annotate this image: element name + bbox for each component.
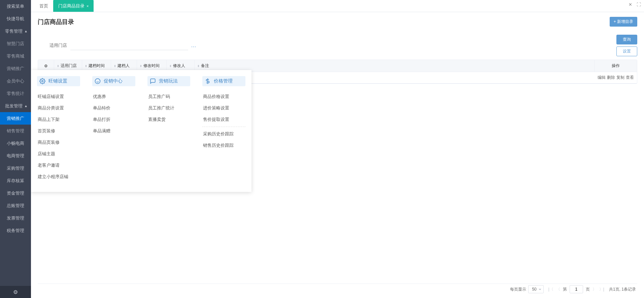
page-suffix: 页 <box>586 287 590 292</box>
promo-icon <box>94 78 101 85</box>
sidebar-sub-member[interactable]: 会员中心 <box>0 75 31 87</box>
flyout-item[interactable]: 商品分类设置 <box>37 102 80 114</box>
divider <box>202 127 245 127</box>
flyout-item[interactable]: 商品价格设置 <box>202 91 245 102</box>
th-remark[interactable]: ▲▼备注 <box>195 60 595 72</box>
chevron-up-icon: ▲ <box>24 104 28 108</box>
page-next-icon[interactable]: 〉 <box>592 287 597 292</box>
page-header: 门店商品目录 + 新增目录 <box>31 12 644 31</box>
add-catalog-button[interactable]: + 新增目录 <box>610 17 637 27</box>
shop-icon <box>39 78 46 85</box>
action-copy[interactable]: 复制 <box>616 75 624 80</box>
flyout-item[interactable]: 商品上下架 <box>37 114 80 125</box>
sidebar: 搜索菜单 快捷导航 零售管理▲ 智慧门店 零售商城 营销推广 会员中心 零售统计… <box>0 0 31 298</box>
sidebar-item-search[interactable]: 搜索菜单 <box>0 0 31 12</box>
flyout-item[interactable]: 首页装修 <box>37 125 80 137</box>
flyout-item[interactable]: 员工推广统计 <box>147 102 191 114</box>
page-last-icon[interactable]: 〉| <box>599 287 604 292</box>
flyout-header-promo: 促销中心 <box>92 76 135 86</box>
main-area: 首页 门店商品目录 × ✕ ⛶ 门店商品目录 + 新增目录 适用门店 … 查询 … <box>31 0 644 298</box>
marketing-icon <box>149 78 156 85</box>
flyout-menu: 旺铺设置 旺铺店铺设置 商品分类设置 商品上下架 首页装修 商品页装修 店铺主题… <box>31 70 251 192</box>
sort-icon: ▲▼ <box>57 65 59 67</box>
flyout-item[interactable]: 员工推广码 <box>147 91 191 102</box>
flyout-item[interactable]: 商品页装修 <box>37 137 80 148</box>
tab-bar: 首页 门店商品目录 × ✕ ⛶ <box>31 0 644 12</box>
sidebar-settings[interactable]: ⚙ <box>0 286 31 298</box>
svg-point-1 <box>95 79 100 84</box>
flyout-header-shop: 旺铺设置 <box>37 76 80 86</box>
close-all-icon[interactable]: ✕ <box>629 2 633 7</box>
ellipsis-icon[interactable]: … <box>191 42 197 48</box>
flyout-item[interactable]: 进价策略设置 <box>202 102 245 114</box>
pagination: 每页显示 50 |〈 〈 第 页 〉 〉| 共1页, 1条记录 <box>510 285 636 293</box>
action-delete[interactable]: 删除 <box>607 75 615 80</box>
fullscreen-icon[interactable]: ⛶ <box>637 2 641 7</box>
sidebar-sub-smartstore[interactable]: 智慧门店 <box>0 37 31 50</box>
td-action: 编辑 删除 复制 查看 <box>595 72 637 83</box>
flyout-header-marketing: 营销玩法 <box>147 76 191 86</box>
sort-icon: ▲▼ <box>197 65 200 67</box>
page-summary: 共1页, 1条记录 <box>609 287 636 292</box>
sidebar-item-retail[interactable]: 零售管理▲ <box>0 25 31 37</box>
flyout-item[interactable]: 老客户邀请 <box>37 160 80 171</box>
filter-label-store: 适用门店 <box>49 42 67 48</box>
flyout-item[interactable]: 销售历史价跟踪 <box>202 140 245 151</box>
sidebar-item-wholesale[interactable]: 批发管理▲ <box>0 100 31 112</box>
flyout-item[interactable]: 直播卖货 <box>147 114 191 125</box>
sidebar-sub-retailmall[interactable]: 零售商城 <box>0 50 31 62</box>
divider <box>38 284 637 284</box>
flyout-item[interactable]: 旺铺店铺设置 <box>37 91 80 102</box>
page-title: 门店商品目录 <box>38 18 74 26</box>
tab-store-catalog[interactable]: 门店商品目录 × <box>53 0 94 12</box>
svg-point-0 <box>42 80 43 82</box>
flyout-item[interactable]: 建立小程序店铺 <box>37 171 80 183</box>
filter-input-store[interactable] <box>70 41 188 50</box>
sidebar-item-purchase[interactable]: 采购管理 <box>0 162 31 174</box>
per-page-label: 每页显示 <box>510 287 526 292</box>
flyout-item[interactable]: 采购历史价跟踪 <box>202 128 245 140</box>
flyout-item[interactable]: 单品满赠 <box>92 125 135 137</box>
page-first-icon[interactable]: |〈 <box>548 287 553 292</box>
gear-icon: ⚙ <box>44 64 48 68</box>
sort-icon: ▲▼ <box>140 65 142 67</box>
sidebar-item-ledger[interactable]: 总账管理 <box>0 199 31 212</box>
per-page-select[interactable]: 50 <box>528 285 543 293</box>
tab-home[interactable]: 首页 <box>34 0 53 12</box>
sort-icon: ▲▼ <box>85 65 87 67</box>
sidebar-sub-sales[interactable]: 销售管理 <box>0 125 31 137</box>
flyout-item[interactable]: 售价提取设置 <box>202 114 245 125</box>
flyout-item[interactable]: 店铺主题 <box>37 148 80 160</box>
gear-icon: ⚙ <box>13 289 18 295</box>
flyout-item[interactable]: 单品打折 <box>92 114 135 125</box>
sidebar-item-ecommerce2[interactable]: 电商管理 <box>0 150 31 162</box>
flyout-item[interactable]: 单品特价 <box>92 102 135 114</box>
filter-bar: 适用门店 … 查询 设置 <box>31 31 644 60</box>
flyout-header-price: 价格管理 <box>202 76 245 86</box>
page-prev-icon[interactable]: 〈 <box>556 287 560 292</box>
sidebar-item-funds[interactable]: 资金管理 <box>0 187 31 199</box>
sort-icon: ▲▼ <box>169 65 172 67</box>
action-edit[interactable]: 编辑 <box>598 75 606 80</box>
sidebar-item-marketing-active[interactable]: 营销推广 <box>0 112 31 125</box>
chevron-up-icon: ▲ <box>24 29 28 33</box>
page-prefix: 第 <box>563 287 567 292</box>
flyout-item[interactable]: 优惠券 <box>92 91 135 102</box>
sort-icon: ▲▼ <box>114 65 116 67</box>
sidebar-item-quicknav[interactable]: 快捷导航 <box>0 12 31 25</box>
sidebar-sub-marketing[interactable]: 营销推广 <box>0 62 31 75</box>
td-remark <box>195 72 595 83</box>
query-button[interactable]: 查询 <box>616 35 637 44</box>
action-view[interactable]: 查看 <box>626 75 634 80</box>
price-icon <box>204 78 211 85</box>
settings-button[interactable]: 设置 <box>616 46 637 56</box>
page-number-input[interactable] <box>570 285 583 293</box>
sidebar-item-inventory[interactable]: 库存核算 <box>0 174 31 187</box>
th-action: 操作 <box>595 60 637 72</box>
sidebar-item-tax[interactable]: 税务管理 <box>0 224 31 237</box>
close-icon[interactable]: × <box>87 4 89 8</box>
sidebar-item-ecommerce1[interactable]: 小畅电商 <box>0 137 31 150</box>
sidebar-item-invoice[interactable]: 发票管理 <box>0 212 31 224</box>
sidebar-sub-retailstats[interactable]: 零售统计 <box>0 87 31 100</box>
